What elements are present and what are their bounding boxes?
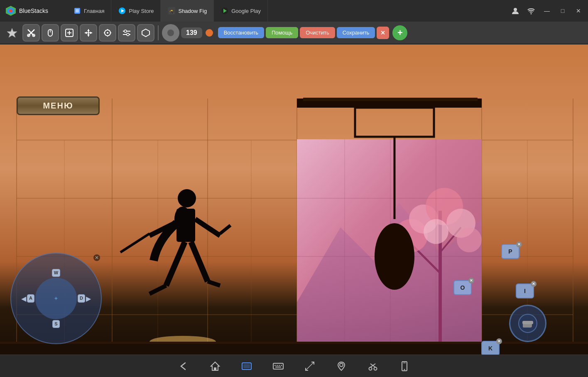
bluestacks-logo: BlueStacks (0, 5, 66, 17)
dpad-left-key[interactable]: A (27, 294, 34, 302)
hex-button[interactable] (137, 24, 154, 42)
dpad-center: ✦ (35, 278, 77, 319)
mouse-button[interactable] (42, 24, 59, 42)
svg-rect-104 (274, 365, 276, 366)
action-buttons: Восстановить Помощь Очистить Сохранить ✕… (218, 25, 408, 40)
close-overlay-button[interactable]: ✕ (377, 27, 389, 39)
tab-googleplay[interactable]: Google Play (214, 0, 268, 22)
dpad-close[interactable]: ✕ (93, 254, 100, 261)
maximize-button[interactable]: □ (556, 5, 569, 17)
tab-shadowfight[interactable]: 🥷 Shadow Fig (161, 0, 214, 22)
key-i-close[interactable]: ✕ (531, 281, 537, 287)
dpad-row-bot: S (52, 320, 59, 328)
tab-shadowfight-label: Shadow Fig (178, 8, 207, 14)
sliders-button[interactable] (118, 24, 135, 42)
minimize-button[interactable]: — (541, 5, 553, 17)
orange-indicator (206, 29, 213, 37)
resize-button[interactable] (304, 360, 316, 372)
svg-point-112 (374, 367, 377, 370)
add-control-button[interactable] (61, 24, 78, 42)
svg-point-116 (404, 369, 405, 370)
dpad-row-top: W (52, 269, 60, 277)
back-button[interactable] (178, 360, 189, 372)
svg-rect-108 (275, 367, 281, 367)
key-p-close[interactable]: ✕ (516, 241, 522, 247)
dpad-left-arrow[interactable]: ◀ (21, 295, 26, 303)
dpad-center-dot: ✦ (54, 295, 59, 302)
key-o-close[interactable]: ✕ (468, 278, 474, 283)
dpad-right-arrow[interactable]: ▶ (86, 295, 91, 303)
dpad-container[interactable]: ✕ W ◀ A ✦ D ▶ S (10, 253, 102, 344)
bottom-bar (0, 355, 588, 377)
svg-marker-27 (85, 32, 87, 34)
svg-marker-13 (7, 28, 17, 37)
svg-rect-106 (279, 365, 280, 366)
help-button[interactable]: Помощь (266, 27, 298, 38)
svg-point-38 (127, 33, 129, 36)
move-button[interactable] (80, 24, 97, 42)
dpad-outer[interactable]: ✕ W ◀ A ✦ D ▶ S (10, 253, 102, 344)
menu-button[interactable]: МЕНЮ (17, 96, 100, 115)
scissors-tool-button[interactable] (22, 24, 40, 42)
svg-point-110 (340, 363, 343, 367)
dpad-right-key[interactable]: D (78, 294, 85, 302)
dpad-row-mid: ◀ A ✦ D ▶ (21, 278, 91, 319)
key-k-close[interactable]: ✕ (496, 338, 502, 344)
bluestacks-icon (5, 5, 17, 17)
home-button[interactable] (209, 360, 221, 372)
svg-rect-107 (281, 365, 282, 366)
svg-rect-103 (273, 363, 283, 369)
svg-rect-102 (243, 364, 250, 368)
game-area: МЕНЮ ✕ W ◀ A ✦ D ▶ S (0, 44, 588, 355)
tab-googleplay-label: Google Play (231, 8, 261, 14)
dpad-cross: W ◀ A ✦ D ▶ S (21, 269, 91, 328)
window-controls: — □ ✕ (509, 5, 588, 17)
key-o-button[interactable]: ✕ O (453, 280, 472, 295)
wifi-icon[interactable] (525, 5, 537, 17)
user-icon[interactable] (509, 5, 522, 17)
tab-home-label: Главная (84, 8, 104, 14)
svg-rect-100 (214, 367, 216, 370)
score-display: 139 (181, 27, 202, 38)
svg-point-34 (107, 32, 108, 34)
scissors-bottom-button[interactable] (367, 360, 379, 372)
save-button[interactable]: Сохранить (337, 27, 375, 38)
restore-button[interactable]: Восстановить (218, 27, 264, 38)
dpad-down-key[interactable]: S (52, 320, 59, 328)
home-tab-icon (73, 7, 81, 15)
key-i-button[interactable]: ✕ I (516, 283, 534, 298)
toolbar: 139 Восстановить Помощь Очистить Сохрани… (0, 22, 588, 44)
add-button[interactable]: + (392, 25, 407, 40)
attack-button[interactable] (509, 305, 546, 342)
close-button[interactable]: ✕ (572, 5, 585, 17)
tab-playstore[interactable]: Play Store (111, 0, 161, 22)
svg-point-11 (514, 8, 517, 11)
key-p-button[interactable]: ✕ P (501, 244, 519, 259)
key-k-button[interactable]: ✕ K (481, 341, 500, 355)
svg-marker-28 (90, 32, 92, 34)
dpad-up-key[interactable]: W (52, 269, 60, 277)
tablet-view-button[interactable] (241, 360, 252, 372)
keyboard-button[interactable] (272, 360, 284, 372)
title-bar: BlueStacks Главная Play Store 🥷 Shadow F… (0, 0, 588, 22)
svg-marker-25 (87, 29, 90, 31)
location-button[interactable] (336, 360, 347, 372)
clear-button[interactable]: Очистить (300, 27, 335, 38)
app-title: BlueStacks (19, 7, 48, 14)
svg-rect-98 (522, 321, 533, 324)
tab-home[interactable]: Главная (66, 0, 111, 22)
tab-playstore-label: Play Store (129, 8, 154, 14)
shadowfight-tab-icon: 🥷 (167, 7, 176, 15)
svg-point-40 (167, 30, 174, 36)
circle-button-1[interactable] (162, 24, 179, 42)
svg-marker-26 (87, 34, 90, 37)
svg-point-111 (369, 367, 372, 370)
svg-point-37 (124, 30, 127, 32)
svg-marker-39 (142, 29, 149, 37)
star-button[interactable] (3, 24, 21, 42)
svg-point-12 (531, 13, 532, 15)
playstore-tab-icon (118, 7, 126, 15)
device-button[interactable] (399, 360, 410, 372)
toolbar-separator (158, 25, 159, 40)
crosshair-button[interactable] (99, 24, 116, 42)
